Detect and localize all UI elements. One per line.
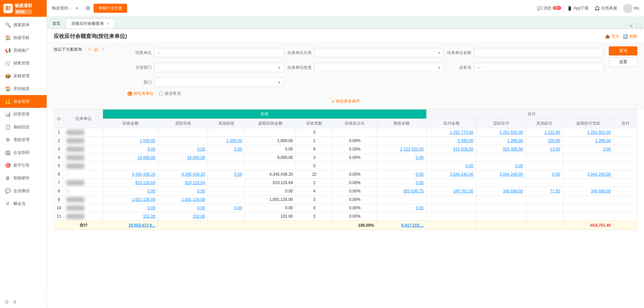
sidebar-item-hardware[interactable]: 🖥智能硬件 xyxy=(0,172,47,184)
filter-by-salesperson[interactable]: 按业务员 xyxy=(159,90,181,97)
message-btn[interactable]: 💬 消息 99+ xyxy=(537,5,561,11)
tab-home-label: 首页 xyxy=(52,21,60,27)
enterprise-icon: 🏢 xyxy=(5,149,11,156)
col-ap-other: 其他应付 xyxy=(526,119,563,128)
sidebar-item-finance[interactable]: 💰资金管理 xyxy=(0,95,47,108)
base-info-icon: 📋 xyxy=(5,124,11,130)
sidebar-item-operations[interactable]: 📊经营管理 xyxy=(0,108,47,121)
inventory-icon: 🏠 xyxy=(5,86,11,92)
export-btn[interactable]: 📤 导出 xyxy=(605,34,620,39)
table-row: 2██████1,000.001,000.001,000.0010.00%1,4… xyxy=(54,137,637,145)
topbar-gear-icon[interactable]: ⚙ xyxy=(86,5,90,11)
user-avatar xyxy=(623,4,633,13)
message-icon: 💬 xyxy=(537,6,542,11)
query-btn[interactable]: 查询 xyxy=(609,46,637,55)
online-service-btn[interactable]: 🎧 在线客服 xyxy=(595,5,617,11)
partner-category-field: 往来单位分类 ▼ xyxy=(287,46,444,59)
tab-ar-ap-close[interactable]: ✕ xyxy=(107,22,109,26)
col-ar-loan: 贷款应收 xyxy=(158,119,208,128)
collapse-btn[interactable]: ∧ 收起更多条件 xyxy=(331,98,360,104)
collapse-row: ∧ 收起更多条件 xyxy=(54,97,637,105)
sidebar-footer: ⚙ ⏸ xyxy=(0,296,47,308)
col-prepay: 预收余额 xyxy=(377,119,426,128)
sidebar-settings-btn[interactable]: ⚙ xyxy=(5,299,9,305)
col-ar-ratio: 应收款占比 xyxy=(333,119,377,128)
fenguan-dept-input[interactable]: ▼ xyxy=(154,63,284,72)
table-container: ⚙ 往来单位 应收 应付 应收金额 贷款应收 其他应收 超期应收金额 应收笔数 xyxy=(47,109,644,308)
user-name: Rit xyxy=(634,6,639,11)
topbar-dropdown-icon[interactable]: ▼ xyxy=(75,6,79,11)
sidebar-item-weixin[interactable]: 💬企业微信 xyxy=(0,184,47,197)
col-ap-loan: 贷款应付 xyxy=(476,119,526,128)
total-prepay[interactable]: 6,417,215.... xyxy=(377,221,426,230)
app-icon: 📱 xyxy=(567,6,572,11)
partner-category-input[interactable]: ▼ xyxy=(314,48,444,57)
trial-btn[interactable]: 体验行业方案 xyxy=(94,4,127,13)
sidebar-label-member: 畅会员 xyxy=(13,201,25,207)
sidebar-item-sales[interactable]: 🛒销售管理 xyxy=(0,57,47,70)
app-download-btn[interactable]: 📱 App下载 xyxy=(567,5,589,11)
sidebar-item-quick-nav[interactable]: 🏠快捷导航 xyxy=(0,31,47,44)
sidebar-label-quick-nav: 快捷导航 xyxy=(13,35,30,41)
user-area[interactable]: Rit xyxy=(623,4,639,13)
partner-name-input[interactable] xyxy=(474,48,604,57)
sidebar-item-guide[interactable]: 🎯新手引导 xyxy=(0,159,47,172)
sidebar-item-enterprise[interactable]: 🏢企业协同 xyxy=(0,146,47,159)
logo-text: 畅捷通财 xyxy=(15,3,32,9)
total-ar-amount[interactable]: 19,553,472,6... xyxy=(103,221,158,230)
sidebar: 财 畅捷通财 标准版 🔍搜索菜单🏠快捷导航📢营销推广🛒销售管理📦采购管理🏠库存核… xyxy=(0,0,47,308)
jiesuan-unit-input[interactable]: ··· xyxy=(154,48,284,57)
sidebar-label-guide: 新手引导 xyxy=(13,163,30,168)
topbar: 畅捷通财... ▼ ⚙ 体验行业方案 💬 消息 99+ 📱 App下载 🎧 在 xyxy=(47,0,644,17)
col-ap-group: 应付 xyxy=(426,109,637,119)
sidebar-item-system[interactable]: ⚙系统管理 xyxy=(0,133,47,146)
sidebar-nav: 🔍搜索菜单🏠快捷导航📢营销推广🛒销售管理📦采购管理🏠库存核算💰资金管理📊经营管理… xyxy=(0,17,47,296)
tabs-right-actions: ✕ ⛶ xyxy=(629,23,644,29)
refresh-label: 刷新 xyxy=(629,34,637,39)
sidebar-item-inventory[interactable]: 🏠库存核算 xyxy=(0,82,47,95)
table-row: 6✓4,345,436.204,345,436.200.004,345,436.… xyxy=(54,170,637,179)
table-row: 5██████00.000.00 xyxy=(54,162,637,170)
edit-filter-btn[interactable]: ◎ xyxy=(94,47,98,52)
marketing-icon: 📢 xyxy=(5,47,11,53)
sidebar-collapse-btn[interactable]: ⏸ xyxy=(12,299,17,305)
filter-by-partner[interactable]: 按往来单位 xyxy=(127,90,154,97)
logo-icon: 财 xyxy=(3,4,13,13)
app-label: App下载 xyxy=(574,5,589,11)
salesperson-input[interactable]: ··· xyxy=(474,63,604,72)
settings-btn[interactable]: 设置 xyxy=(609,57,637,67)
sidebar-item-marketing[interactable]: 📢营销推广 xyxy=(0,44,47,57)
collapse-filter-btn[interactable]: 《 xyxy=(100,46,105,52)
tab-ar-ap[interactable]: 应收应付余额查询 ✕ xyxy=(66,18,115,29)
fenguan-dept-field: 分管部门 ▼ xyxy=(127,61,284,74)
dept-input[interactable]: ▼ xyxy=(154,78,284,87)
tab-maximize-icon[interactable]: ⛶ xyxy=(636,23,641,29)
topbar-actions: ⚙ 体验行业方案 xyxy=(86,4,127,13)
partner-nature-input[interactable]: ▼ xyxy=(314,63,444,72)
service-label: 在线客服 xyxy=(601,5,617,11)
tab-close-window-icon[interactable]: ✕ xyxy=(629,23,633,29)
col-ap-overdue: 超期应付货款 xyxy=(563,119,613,128)
sidebar-item-search-menu[interactable]: 🔍搜索菜单 xyxy=(0,18,47,31)
col-ar-other: 其他应收 xyxy=(208,119,245,128)
table-row: 8P0.000.000.0040.00%655,636.75345,761.00… xyxy=(54,187,637,195)
sidebar-item-member[interactable]: V畅会员 xyxy=(0,197,47,210)
search-menu-icon: 🔍 xyxy=(5,22,11,28)
add-filter-btn[interactable]: ＋ xyxy=(87,46,92,52)
sales-icon: 🛒 xyxy=(5,60,11,66)
page-content: 应收应付余额查询(按往来单位) 📤 导出 🔄 刷新 xyxy=(47,29,644,308)
tab-home[interactable]: 首页 xyxy=(47,18,66,29)
col-ar-count: 应收笔数 xyxy=(296,119,333,128)
dept-field: 部门 ▼ xyxy=(127,76,284,89)
sidebar-item-purchase[interactable]: 📦采购管理 xyxy=(0,70,47,82)
sidebar-label-purchase: 采购管理 xyxy=(13,73,30,79)
member-icon: V xyxy=(5,201,11,207)
data-table: ⚙ 往来单位 应收 应付 应收金额 贷款应收 其他应收 超期应收金额 应收笔数 xyxy=(54,109,637,230)
purchase-icon: 📦 xyxy=(5,73,11,79)
message-label: 消息 xyxy=(543,5,551,11)
sidebar-item-base-info[interactable]: 📋基础信息 xyxy=(0,121,47,133)
refresh-btn[interactable]: 🔄 刷新 xyxy=(623,34,637,39)
table-row: 3██████0.000.000.000.0090.00%2,153,333.0… xyxy=(54,145,637,153)
table-gear-icon[interactable]: ⚙ xyxy=(57,116,61,122)
col-ar-amount: 应收金额 xyxy=(103,119,158,128)
